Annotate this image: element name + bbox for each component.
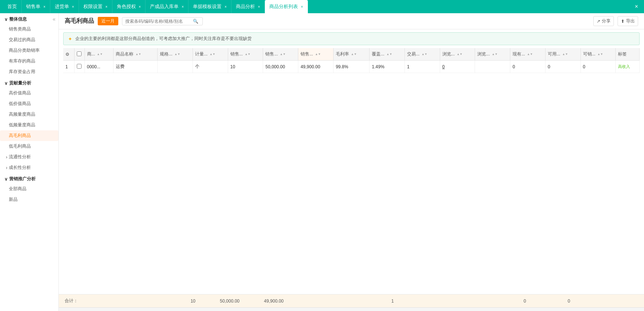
close-icon[interactable]: × — [105, 5, 108, 9]
footer-trades: 1 — [364, 299, 394, 304]
sidebar-item-low-margin[interactable]: 低毛利商品 — [0, 141, 58, 152]
col-browse2[interactable]: 浏览... ▲▼ — [475, 48, 510, 61]
cell-browse1[interactable]: 0 — [440, 61, 475, 73]
period-button[interactable]: 近一月 — [98, 17, 118, 25]
select-all-checkbox[interactable] — [77, 51, 82, 56]
sort-icon[interactable]: ▲▼ — [280, 53, 286, 56]
sort-icon[interactable]: ▲▼ — [175, 53, 180, 56]
cell-trades: 1 — [405, 61, 440, 73]
sidebar-item-traded-goods[interactable]: 交易过的商品 — [0, 35, 58, 45]
col-trades[interactable]: 交易... ▲▼ — [405, 48, 440, 61]
sort-icon[interactable]: ▲▼ — [315, 53, 321, 56]
cell-browse2 — [475, 61, 510, 73]
settings-icon[interactable]: ⚙ — [65, 52, 69, 57]
sort-icon[interactable]: ▲▼ — [245, 53, 251, 56]
sort-icon[interactable]: ▲▼ — [492, 53, 498, 56]
content-area: 高毛利商品 近一月 🔍 ↗ 分享 ⬆ 导出 ✦ 企业的主要的利润都是这部分商品创… — [59, 13, 644, 311]
close-icon[interactable]: × — [301, 5, 303, 9]
col-code[interactable]: 商... ▲▼ — [84, 48, 114, 61]
close-icon[interactable]: × — [224, 5, 227, 9]
sidebar-item-low-value[interactable]: 低价值商品 — [0, 98, 58, 109]
top-nav: 首页 销售单 × 进货单 × 权限设置 × 角色授权 × 产成品入库单 × 单据… — [0, 0, 644, 13]
col-gross-rate[interactable]: 毛利率 ▲▼ — [333, 48, 369, 61]
data-table-wrap: ⚙ 商... ▲▼ 商品名称 ▲▼ — [59, 48, 644, 294]
nav-purchase[interactable]: 进货单 × — [50, 0, 79, 13]
nav-home[interactable]: 首页 — [3, 0, 22, 13]
close-icon[interactable]: × — [139, 5, 141, 9]
sidebar-item-stock-capital[interactable]: 库存资金占用 — [0, 66, 58, 77]
sidebar-group-growth[interactable]: › 成长性分析 — [0, 162, 58, 173]
close-icon[interactable]: × — [43, 5, 46, 9]
sidebar-item-category-rate[interactable]: 商品分类助销率 — [0, 45, 58, 56]
cell-sales3: 49,900.00 — [298, 61, 334, 73]
nav-product-analysis[interactable]: 商品分析 × — [231, 0, 265, 13]
col-tag: 标签 — [616, 48, 640, 61]
sort-icon[interactable]: ▲▼ — [209, 53, 215, 56]
row-checkbox[interactable] — [77, 64, 82, 69]
sidebar-item-low-freq[interactable]: 低频量度商品 — [0, 120, 58, 130]
close-icon[interactable]: × — [258, 5, 260, 9]
sidebar-collapse-button[interactable]: « — [53, 16, 55, 22]
nav-permission[interactable]: 权限设置 × — [79, 0, 112, 13]
col-spec[interactable]: 规格... ▲▼ — [158, 48, 193, 61]
col-current[interactable]: 现有... ▲▼ — [510, 48, 546, 61]
cell-tag: 高收入 — [616, 61, 640, 73]
sort-icon[interactable]: ▲▼ — [562, 53, 568, 56]
col-sales1[interactable]: 销售... ▲▼ — [228, 48, 263, 61]
sort-icon[interactable]: ▲▼ — [97, 53, 103, 56]
close-icon[interactable]: × — [72, 5, 74, 9]
sidebar-item-high-margin[interactable]: 高毛利商品 — [0, 130, 58, 141]
nav-product-stock[interactable]: 产成品入库单 × — [145, 0, 188, 13]
table-header-row: ⚙ 商... ▲▼ 商品名称 ▲▼ — [63, 48, 640, 61]
sort-icon[interactable]: ▲▼ — [597, 53, 603, 56]
share-button[interactable]: ↗ 分享 — [593, 16, 614, 26]
nav-sales[interactable]: 销售单 × — [22, 0, 50, 13]
sort-icon[interactable]: ▲▼ — [421, 53, 427, 56]
sidebar-item-sales-goods[interactable]: 销售类商品 — [0, 24, 58, 35]
cell-gross-rate: 99.8% — [333, 61, 369, 73]
export-button[interactable]: ⬆ 导出 — [618, 16, 638, 26]
cell-current: 0 — [510, 61, 546, 73]
search-icon[interactable]: 🔍 — [193, 19, 198, 24]
sort-icon[interactable]: ▲▼ — [386, 53, 392, 56]
sort-icon[interactable]: ▲▼ — [527, 53, 533, 56]
col-coverage[interactable]: 覆盖... ▲▼ — [370, 48, 405, 61]
col-sales2[interactable]: 销售... ▲▼ — [263, 48, 298, 61]
sort-icon[interactable]: ▲▼ — [136, 53, 141, 56]
data-table: ⚙ 商... ▲▼ 商品名称 ▲▼ — [63, 48, 640, 73]
content-header: 高毛利商品 近一月 🔍 ↗ 分享 ⬆ 导出 — [59, 13, 644, 29]
footer-sales3: 49,900.00 — [254, 299, 284, 304]
sidebar-group-contribution[interactable]: ∨ 贡献量分析 — [0, 77, 58, 88]
sort-icon[interactable]: ▲▼ — [457, 53, 463, 56]
cell-name: 运费 — [114, 61, 158, 73]
col-name[interactable]: 商品名称 ▲▼ — [114, 48, 158, 61]
sidebar-item-high-value[interactable]: 高价值商品 — [0, 88, 58, 98]
search-input[interactable] — [125, 19, 191, 24]
col-available[interactable]: 可用... ▲▼ — [545, 48, 580, 61]
nav-template[interactable]: 单据模板设置 × — [188, 0, 231, 13]
col-checkbox — [74, 48, 84, 61]
footer-available: 0 — [541, 299, 570, 304]
sort-icon[interactable]: ▲▼ — [351, 53, 357, 56]
nav-role[interactable]: 角色授权 × — [112, 0, 146, 13]
nav-product-analysis-list[interactable]: 商品分析列表 × — [265, 0, 308, 13]
sidebar-group-marketing[interactable]: ∨ 营销推广分析 — [0, 173, 58, 184]
sidebar-item-high-freq[interactable]: 高频量度商品 — [0, 109, 58, 120]
col-browse1[interactable]: 浏览... ▲▼ — [440, 48, 475, 61]
col-sales3[interactable]: 销售... ▲▼ — [298, 48, 334, 61]
sidebar-item-new-goods[interactable]: 新品 — [0, 194, 58, 205]
sidebar-item-in-stock[interactable]: 有库存的商品 — [0, 56, 58, 66]
export-icon: ⬆ — [621, 19, 625, 24]
close-icon[interactable]: × — [181, 5, 184, 9]
global-close-button[interactable]: × — [632, 3, 641, 10]
horizontal-scrollbar[interactable] — [59, 307, 644, 311]
col-settings[interactable]: ⚙ — [63, 48, 74, 61]
sidebar: « ∨ 整体信息 销售类商品 交易过的商品 商品分类助销率 有库存的商品 库存资… — [0, 13, 59, 311]
sidebar-item-all-goods[interactable]: 全部商品 — [0, 184, 58, 194]
chevron-right-icon: › — [6, 165, 7, 170]
col-sellable[interactable]: 可销... ▲▼ — [580, 48, 616, 61]
col-unit[interactable]: 计量... ▲▼ — [193, 48, 228, 61]
sidebar-group-liquidity[interactable]: › 流通性分析 — [0, 152, 58, 162]
cell-available: 0 — [545, 61, 580, 73]
sidebar-group-overall[interactable]: ∨ 整体信息 — [0, 13, 58, 24]
